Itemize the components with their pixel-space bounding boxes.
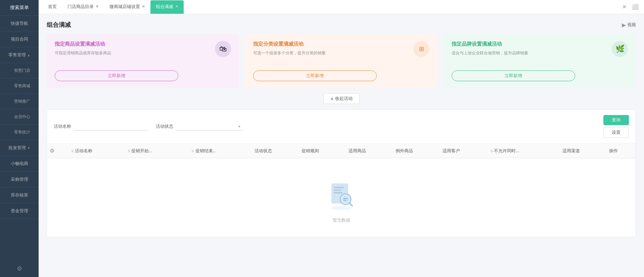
sidebar-item-project-contract[interactable]: 项目合同 [0,32,39,47]
category-card-add-btn[interactable]: 立即新增 [253,70,377,81]
main-content: 首页 门店商品目录 ✕ 微商城店铺设置 ✕ 组合满减 ✕ ✕ ⬜ 组合满减 ▶ … [39,0,644,277]
sidebar-item-member-center[interactable]: 会员中心 [0,109,39,125]
activity-name-label: 活动名称 [54,123,71,129]
tabbar: 首页 门店商品目录 ✕ 微商城店铺设置 ✕ 组合满减 ✕ ✕ ⬜ [39,0,644,14]
col-label: 适用商品 [349,148,366,153]
sidebar-item-wholesale-mgmt[interactable]: 批发管理 ▼ [0,140,39,156]
col-operations: 操作 [606,144,636,158]
tab-store-catalog[interactable]: 门店商品目录 ✕ [62,0,104,14]
activity-name-input[interactable] [74,122,148,130]
sidebar-item-inventory[interactable]: 库存核算 [0,187,39,203]
collapse-bar: ∧ 收起活动 [47,93,636,104]
col-label: 活动名称 [75,148,92,153]
col-label: 促销结束... [195,148,217,153]
tab-close-icon[interactable]: ✕ [175,4,178,9]
activity-name-field: 活动名称 [54,122,148,130]
promo-card-brand: 🌿 指定品牌设置满减活动 适合与上游企业联合做营销，提升品牌销量 立即新增 [444,34,636,88]
category-card-title: 指定分类设置满减活动 [253,41,429,47]
tab-wechat-settings[interactable]: 微商城店铺设置 ✕ [104,0,150,14]
settings-btn[interactable]: 设置 [603,127,629,138]
col-promo-end: ⇅ 促销结束... [188,144,252,158]
video-link[interactable]: ▶ 视频 [622,22,636,28]
empty-illustration [325,178,358,212]
sidebar-item-label: 小畅电商 [11,161,28,167]
col-promo-rule: 促销规则 [299,144,346,158]
col-label: 适用渠道 [562,148,580,153]
sort-icon[interactable]: ⇅ [191,149,194,153]
restore-window-btn[interactable]: ⬜ [631,2,640,11]
sidebar-item-quick-nav[interactable]: 快捷导航 [0,16,39,32]
col-label: 促销规则 [302,148,319,153]
col-label: 促销开始... [131,148,152,153]
sidebar-settings-btn[interactable]: ⚙ [0,260,39,277]
tab-home[interactable]: 首页 [43,0,62,14]
col-settings[interactable]: ⚙ [47,144,68,158]
sidebar-item-small-ecom[interactable]: 小畅电商 [0,156,39,172]
sidebar-item-marketing[interactable]: 营销推广 [0,94,39,109]
gear-icon[interactable]: ⚙ [50,148,54,154]
promo-card-category: ⊞ 指定分类设置满减活动 可选一个或者多个分类，提升分类的销量 立即新增 [245,34,438,88]
tab-label: 首页 [48,4,57,10]
col-excluded-goods: 例外商品 [393,144,440,158]
brand-card-desc: 适合与上游企业联合做营销，提升品牌销量 [452,50,575,56]
sort-icon[interactable]: ⇅ [490,149,493,153]
sidebar-item-label: 零售统计 [14,129,30,135]
table-section: 活动名称 活动状态 ▾ 查询 设置 [47,109,636,237]
sidebar-item-label: 快捷导航 [11,20,28,26]
activity-status-field: 活动状态 ▾ [156,123,243,130]
svg-point-6 [342,196,349,203]
video-link-label: 视频 [627,22,636,28]
chevron-down-icon: ▾ [238,124,240,129]
sidebar-item-retail-mall[interactable]: 零售商城 [0,78,39,94]
tab-close-icon[interactable]: ✕ [142,4,145,9]
empty-text: 暂无数据 [47,217,636,223]
chevron-down-icon: ▼ [27,146,31,150]
sidebar-item-label: 批发管理 [8,145,26,151]
chevron-up-icon: ∧ [330,96,334,101]
product-card-title: 指定商品设置满减活动 [55,41,231,47]
sort-icon[interactable]: ⇅ [71,149,74,153]
col-promo-start: ⇅ 促销开始... [124,144,188,158]
product-card-add-btn[interactable]: 立即新增 [55,70,178,81]
sidebar-item-finance-mgmt[interactable]: 资金管理 [0,203,39,219]
product-card-desc: 可指定滞销商品或库存较多商品 [55,50,178,56]
sidebar-item-label: 采购管理 [11,176,28,182]
play-icon: ▶ [622,22,626,28]
category-card-icon: ⊞ [413,41,429,57]
product-card-icon: 🛍 [215,41,231,57]
collapse-activity-btn[interactable]: ∧ 收起活动 [323,93,360,104]
sidebar-item-smart-store[interactable]: 智慧门店 [0,63,39,78]
sidebar-search[interactable]: 搜索菜单 [0,0,39,16]
tab-label: 微商城店铺设置 [109,4,140,10]
sidebar-item-label: 资金管理 [11,208,28,214]
sort-icon[interactable]: ⇅ [128,149,130,153]
col-label: 活动状态 [255,148,272,153]
page-content: 组合满减 ▶ 视频 🛍 指定商品设置满减活动 可指定滞销商品或库存较多商品 立即… [39,14,644,277]
sidebar-item-label: 智慧门店 [14,68,30,73]
sidebar: 搜索菜单 快捷导航 项目合同 零售管理 ▲ 智慧门店 零售商城 营销推广 会员中… [0,0,39,277]
data-table: ⚙ ⇅ 活动名称 ⇅ 促销开始... ⇅ 促销结束... [47,144,636,158]
tab-close-icon[interactable]: ✕ [96,4,99,9]
activity-status-select[interactable]: ▾ [176,123,243,130]
col-label: 不允许同时... [494,148,519,153]
col-activity-name: ⇅ 活动名称 [68,144,124,158]
search-row: 活动名称 活动状态 ▾ 查询 设置 [47,110,636,144]
tab-label: 组合满减 [156,4,173,10]
sidebar-item-purchase-mgmt[interactable]: 采购管理 [0,172,39,187]
sidebar-item-label: 零售管理 [8,52,26,58]
search-actions: 查询 设置 [603,115,629,138]
chevron-up-icon: ▲ [27,53,31,57]
empty-state: 暂无数据 [47,158,636,237]
tab-label: 门店商品目录 [67,4,94,10]
query-btn[interactable]: 查询 [603,115,629,125]
close-window-btn[interactable]: ✕ [621,2,628,11]
sidebar-item-retail-stats[interactable]: 零售统计 [0,125,39,140]
svg-rect-3 [334,189,341,191]
col-activity-status: 活动状态 [252,144,299,158]
svg-line-7 [349,203,352,206]
tab-combo-discount[interactable]: 组合满减 ✕ [150,0,184,14]
sidebar-item-retail-mgmt[interactable]: 零售管理 ▲ [0,47,39,63]
brand-card-icon: 🌿 [612,41,628,57]
brand-card-add-btn[interactable]: 立即新增 [452,70,575,81]
sidebar-item-label: 会员中心 [14,114,30,120]
